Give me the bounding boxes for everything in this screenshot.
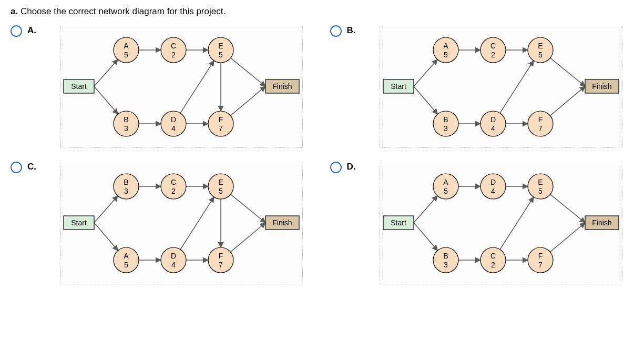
svg-text:4: 4 (171, 124, 176, 133)
diagram-A: StartFinishA5C2E5B3D4F7 (60, 26, 303, 148)
svg-text:5: 5 (538, 51, 543, 59)
svg-text:7: 7 (219, 261, 223, 269)
label-C: C. (27, 162, 39, 172)
svg-text:E: E (538, 178, 543, 186)
svg-text:4: 4 (491, 124, 495, 133)
edge-start-b0 (414, 223, 437, 251)
svg-text:A: A (124, 252, 129, 260)
svg-text:D: D (171, 115, 176, 124)
svg-text:Start: Start (391, 218, 406, 227)
edge-t2-finish (231, 58, 265, 86)
svg-text:B: B (443, 115, 448, 124)
svg-text:E: E (218, 178, 223, 186)
start-node: Start (383, 79, 414, 93)
finish-node: Finish (585, 79, 619, 93)
radio-C[interactable] (11, 162, 22, 173)
finish-node: Finish (265, 216, 299, 230)
activity-B: B3 (114, 174, 139, 199)
svg-text:Start: Start (71, 218, 87, 227)
edge-b2-finish (550, 223, 585, 252)
choice-A[interactable]: A. StartFinishA5C2E5B3D4F7 (11, 24, 314, 148)
svg-text:Finish: Finish (272, 218, 292, 227)
activity-A: A5 (114, 247, 139, 273)
edge-b1-t2 (499, 61, 533, 113)
edge-start-t0 (94, 196, 118, 223)
radio-A[interactable] (11, 25, 22, 37)
edge-start-t0 (94, 59, 118, 86)
activity-C: C2 (481, 247, 506, 273)
svg-text:2: 2 (171, 187, 176, 195)
edge-start-b0 (414, 86, 437, 114)
svg-text:B: B (443, 252, 448, 260)
activity-F: F7 (208, 111, 233, 136)
edge-start-t0 (414, 196, 437, 223)
activity-D: D4 (161, 247, 186, 273)
svg-text:F: F (219, 115, 223, 124)
activity-C: C2 (161, 37, 186, 63)
svg-text:4: 4 (491, 187, 495, 195)
edge-b1-t2 (499, 197, 533, 250)
svg-text:C: C (171, 178, 176, 186)
question-text: a. Choose the correct network diagram fo… (11, 6, 633, 17)
svg-text:Finish: Finish (272, 82, 292, 91)
activity-F: F7 (528, 247, 553, 273)
edge-b2-finish (230, 86, 265, 116)
svg-text:5: 5 (444, 51, 448, 59)
activity-E: E5 (208, 37, 233, 63)
svg-text:4: 4 (171, 261, 176, 269)
svg-text:D: D (171, 252, 176, 260)
edge-b2-finish (230, 223, 265, 252)
activity-D: D4 (481, 111, 506, 136)
svg-text:C: C (490, 252, 495, 260)
diagram-B: StartFinishA5C2E5B3D4F7 (380, 26, 622, 148)
activity-D: D4 (161, 111, 186, 136)
edge-b1-t2 (180, 197, 214, 250)
svg-text:Start: Start (71, 82, 87, 91)
edge-start-b0 (94, 223, 118, 251)
svg-text:Finish: Finish (592, 218, 611, 227)
choices-grid: A. StartFinishA5C2E5B3D4F7 B. StartFinis… (11, 24, 633, 284)
svg-text:A: A (443, 42, 448, 50)
svg-text:3: 3 (124, 124, 128, 133)
activity-A: A5 (433, 37, 458, 63)
label-A: A. (27, 25, 39, 36)
svg-text:A: A (124, 42, 129, 50)
choice-C[interactable]: C. StartFinishB3C2E5A5D4F7 (11, 161, 314, 284)
svg-text:B: B (124, 178, 128, 186)
edge-start-b0 (94, 86, 118, 114)
activity-C: C2 (161, 174, 186, 199)
svg-text:A: A (443, 178, 448, 186)
svg-text:D: D (490, 115, 495, 124)
svg-text:Start: Start (391, 82, 406, 91)
activity-D: D4 (481, 174, 506, 199)
choice-D[interactable]: D. StartFinishA5D4E5B3C2F7 (330, 161, 634, 284)
svg-text:5: 5 (124, 51, 128, 59)
diagram-C: StartFinishB3C2E5A5D4F7 (60, 163, 303, 284)
label-B: B. (347, 25, 359, 36)
start-node: Start (64, 216, 94, 230)
svg-text:C: C (171, 42, 176, 50)
choice-B[interactable]: B. StartFinishA5C2E5B3D4F7 (330, 24, 634, 148)
svg-text:2: 2 (171, 51, 176, 59)
svg-text:2: 2 (491, 51, 495, 59)
svg-text:3: 3 (444, 124, 448, 133)
activity-F: F7 (528, 111, 553, 136)
svg-text:F: F (538, 252, 543, 260)
label-D: D. (347, 162, 359, 172)
question-prefix: a. (11, 6, 18, 16)
edge-b1-t2 (180, 61, 214, 113)
edge-b2-finish (550, 86, 585, 116)
edge-t2-finish (550, 58, 585, 86)
question-body: Choose the correct network diagram for t… (21, 6, 226, 16)
diagram-D: StartFinishA5D4E5B3C2F7 (380, 163, 622, 284)
activity-E: E5 (528, 37, 553, 63)
finish-node: Finish (585, 216, 619, 230)
start-node: Start (383, 216, 414, 230)
svg-text:E: E (538, 42, 543, 50)
finish-node: Finish (265, 79, 299, 93)
svg-text:2: 2 (491, 261, 495, 269)
svg-text:Finish: Finish (592, 82, 611, 91)
radio-B[interactable] (330, 25, 342, 37)
start-node: Start (64, 79, 94, 93)
radio-D[interactable] (330, 162, 342, 173)
